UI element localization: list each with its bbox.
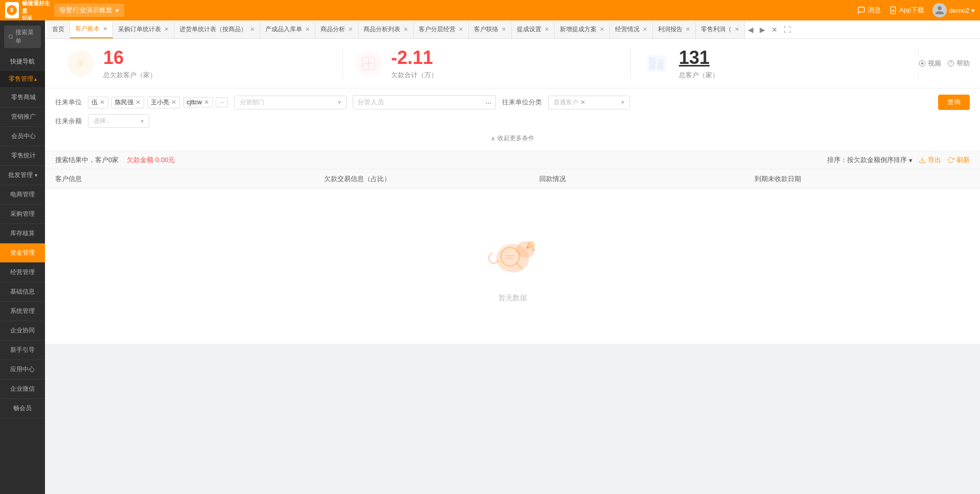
tab-close-retail-profit[interactable]: ✕ xyxy=(735,26,739,33)
sidebar-item-inventory[interactable]: 库存核算 xyxy=(0,224,45,243)
tab-goods-analysis[interactable]: 商品分析 ✕ xyxy=(315,21,358,38)
filter-tag-wu: 伍 ✕ xyxy=(88,97,108,108)
logo-text: 畅捷通好生意 标版 xyxy=(22,0,50,21)
app-download-btn[interactable]: App下载 xyxy=(889,6,924,15)
tab-customer-layer[interactable]: 客户分层经营 ✕ xyxy=(414,21,469,38)
filter-more-btn[interactable]: ··· xyxy=(216,97,228,107)
filter-tags-unit: 伍 ✕ 陈民强 ✕ 王小亮 ✕ xyxy=(88,97,228,108)
tab-bar: 首页 客户账本 ✕ 采购订单统计表 ✕ 进货单统计表（按商品） ✕ 产成品入库单… xyxy=(45,20,980,39)
page-content: ¥ 16 总欠款客户（家） xyxy=(45,39,980,494)
sidebar-item-system[interactable]: 系统管理 xyxy=(0,302,45,321)
tab-close-business[interactable]: ✕ xyxy=(643,26,647,33)
sidebar-item-finance[interactable]: 资金管理 xyxy=(0,243,45,263)
logo-icon: ¥ xyxy=(5,2,19,18)
col-header-client: 客户信息 xyxy=(55,174,324,184)
remove-tag-wu[interactable]: ✕ xyxy=(100,99,105,106)
tab-new-commission[interactable]: 新增提成方案 ✕ xyxy=(555,21,610,38)
tab-scroll-right[interactable]: ▶ xyxy=(757,26,768,34)
sidebar-item-basics[interactable]: 基础信息 xyxy=(0,282,45,302)
remove-unit-class[interactable]: ✕ xyxy=(580,99,585,106)
remove-tag-chen[interactable]: ✕ xyxy=(135,99,141,106)
sort-label: 排序：按欠款金额倒序排序 xyxy=(827,155,907,165)
debt-summary: 欠款金额 0.00元 xyxy=(127,155,175,165)
sidebar-item-member2[interactable]: 畅会员 xyxy=(0,399,45,418)
empty-icon xyxy=(482,230,543,281)
account-selector[interactable]: 母婴行业演示账套 ▾ xyxy=(54,4,124,17)
tab-customer-contact[interactable]: 客户联络 ✕ xyxy=(469,21,512,38)
content-area: 搜索菜单 快捷导航 零售管理 ▴ 零售商城 营销推广 会员中心 零售统计 xyxy=(0,20,980,494)
unit-class-dropdown[interactable]: 普通客户 ✕ ▾ xyxy=(548,96,630,109)
text-help-btn[interactable]: 帮助 xyxy=(947,59,970,68)
stat-label-customers: 总欠款客户（家） xyxy=(103,71,156,80)
dept-chevron: ▾ xyxy=(338,99,341,106)
export-btn[interactable]: 导出 xyxy=(919,155,941,165)
video-help-btn[interactable]: 视频 xyxy=(919,59,941,68)
tab-fullscreen[interactable]: ⛶ xyxy=(781,26,794,34)
stat-label-all: 总客户（家） xyxy=(679,71,719,80)
unit-class-label: 往来单位分类 xyxy=(502,98,542,107)
sidebar-search-box[interactable]: 搜索菜单 xyxy=(4,26,41,48)
tab-close-goods[interactable]: ✕ xyxy=(348,26,353,33)
user-menu[interactable]: demo2 ▾ xyxy=(932,3,975,17)
sidebar-item-member[interactable]: 会员中心 xyxy=(0,127,45,146)
svg-rect-10 xyxy=(649,57,655,70)
tab-close-profit[interactable]: ✕ xyxy=(686,26,690,33)
tab-retail-profit[interactable]: 零售利润（ ✕ xyxy=(696,21,745,38)
tab-close-client-ledger[interactable]: ✕ xyxy=(103,26,107,32)
top-right: 消息 App下载 demo2 ▾ xyxy=(857,3,975,17)
sidebar-item-collab[interactable]: 企业协同 xyxy=(0,321,45,341)
tab-close-product[interactable]: ✕ xyxy=(305,26,310,33)
tab-home[interactable]: 首页 xyxy=(47,21,70,38)
sidebar-item-retail-mall[interactable]: 零售商城 xyxy=(0,88,45,107)
tab-business[interactable]: 经营情况 ✕ xyxy=(610,21,653,38)
query-button[interactable]: 查询 xyxy=(938,95,970,110)
tab-scroll-left[interactable]: ◀ xyxy=(745,26,757,34)
collapse-btn[interactable]: ∧ 收起更多条件 xyxy=(55,132,970,145)
stat-help: 视频 帮助 xyxy=(919,59,970,68)
result-bar: 搜索结果中，客户0家 欠款金额 0.00元 排序：按欠款金额倒序排序 ▾ 导出 xyxy=(45,151,980,169)
sidebar-item-marketing[interactable]: 营销推广 xyxy=(0,107,45,127)
sidebar-item-ecom[interactable]: 电商管理 xyxy=(0,185,45,205)
sidebar-item-purchase[interactable]: 采购管理 xyxy=(0,205,45,224)
tab-close-inbound[interactable]: ✕ xyxy=(250,26,255,33)
tab-close-new-commission[interactable]: ✕ xyxy=(600,26,604,33)
sidebar-item-retail-stats[interactable]: 零售统计 xyxy=(0,146,45,166)
sort-selector[interactable]: 排序：按欠款金额倒序排序 ▾ xyxy=(827,155,913,165)
sidebar-item-retail[interactable]: 零售管理 ▴ xyxy=(0,71,45,88)
tab-close-contact[interactable]: ✕ xyxy=(502,26,506,33)
remove-tag-cjttcw[interactable]: ✕ xyxy=(204,99,209,106)
remove-tag-wang[interactable]: ✕ xyxy=(171,99,176,106)
person-more-btn[interactable]: ··· xyxy=(486,99,491,106)
dept-dropdown[interactable]: 分管部门 ▾ xyxy=(234,96,347,109)
messages-btn[interactable]: 消息 xyxy=(857,6,881,15)
stat-number-debt: -2.11 xyxy=(391,47,438,69)
sidebar-item-guide[interactable]: 新手引导 xyxy=(0,341,45,360)
filter-tag-normal-customer: 普通客户 ✕ xyxy=(554,98,585,107)
sidebar-item-ops[interactable]: 经营管理 xyxy=(0,263,45,282)
tab-goods-list[interactable]: 商品分析列表 ✕ xyxy=(358,21,414,38)
tab-close-all[interactable]: ✕ xyxy=(768,26,781,34)
tab-product-inbound[interactable]: 产成品入库单 ✕ xyxy=(260,21,315,38)
refresh-btn[interactable]: 刷新 xyxy=(947,155,970,165)
tab-purchase-order[interactable]: 采购订单统计表 ✕ xyxy=(113,21,174,38)
tab-client-ledger[interactable]: 客户账本 ✕ xyxy=(70,21,113,38)
tab-profit-report[interactable]: 利润报告 ✕ xyxy=(653,21,696,38)
sidebar-item-quick-nav[interactable]: 快捷导航 xyxy=(0,53,45,71)
tab-commission-settings[interactable]: 提成设置 ✕ xyxy=(512,21,555,38)
sidebar-item-wholesale[interactable]: 批发管理 ▾ xyxy=(0,166,45,185)
stat-number-customers: 16 xyxy=(103,47,156,69)
stat-number-all: 131 xyxy=(679,47,719,69)
person-multiselect[interactable]: 分管人员 ··· xyxy=(353,95,496,109)
stat-total-debt: -2.11 欠款合计（万） xyxy=(343,47,631,80)
tab-inbound-stats[interactable]: 进货单统计表（按商品） ✕ xyxy=(174,21,260,38)
balance-dropdown[interactable]: 选择... ▾ xyxy=(88,114,149,128)
sidebar-item-appcenter[interactable]: 应用中心 xyxy=(0,360,45,379)
tab-close-goods-list[interactable]: ✕ xyxy=(403,26,408,33)
sidebar-item-wechat[interactable]: 企业微信 xyxy=(0,379,45,399)
table-header: 客户信息 欠款交易信息（占比） 回款情况 到期未收款日期 xyxy=(45,169,980,189)
tab-close-purchase[interactable]: ✕ xyxy=(164,26,169,33)
tab-close-commission[interactable]: ✕ xyxy=(544,26,549,33)
tab-close-customer-layer[interactable]: ✕ xyxy=(459,26,463,33)
result-actions: 排序：按欠款金额倒序排序 ▾ 导出 刷新 xyxy=(827,155,970,165)
stat-label-debt: 欠款合计（万） xyxy=(391,71,438,80)
